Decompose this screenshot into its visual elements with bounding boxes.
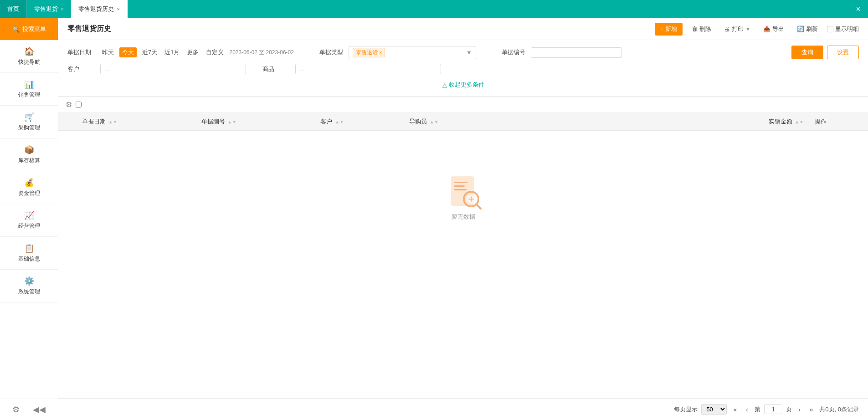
sidebar-item-finance-label: 资金管理 (18, 190, 40, 197)
voucher-no-input[interactable] (531, 47, 622, 58)
th-date[interactable]: 单据日期 ▲▼ (77, 113, 196, 131)
export-icon: 📤 (763, 26, 770, 32)
tab-retail-return-history-close[interactable]: × (117, 6, 119, 12)
refresh-button[interactable]: 🔄 刷新 (793, 23, 822, 35)
date-btn-yesterday[interactable]: 昨天 (100, 47, 116, 57)
svg-rect-3 (454, 189, 467, 190)
svg-line-6 (476, 204, 481, 209)
voucher-type-label: 单据类型 (319, 48, 345, 56)
collapse-button[interactable]: △ 收起更多条件 (442, 79, 484, 91)
inventory-icon: 📦 (24, 145, 34, 155)
prev-page-button[interactable]: ‹ (743, 405, 751, 414)
no-data-row: 暂无数据 (58, 131, 868, 262)
date-btn-today[interactable]: 今天 (119, 47, 137, 57)
collapse-up-icon: △ (442, 82, 447, 88)
print-button[interactable]: 🖨 打印 ▼ (720, 23, 754, 35)
page-header: 零售退货历史 + 新增 🗑 删除 🖨 打印 ▼ 📤 导出 🔄 (58, 18, 868, 40)
search-icon: 🔍 (12, 26, 20, 33)
sidebar-item-system-label: 系统管理 (18, 288, 40, 296)
no-data-container: 暂无数据 (64, 135, 863, 257)
last-page-button[interactable]: » (807, 405, 816, 414)
setting-button[interactable]: 设置 (827, 46, 859, 59)
customer-input[interactable]: ... (100, 64, 246, 74)
goods-input[interactable]: ... (295, 64, 441, 74)
audio-bottom-icon[interactable]: ◀◀ (33, 405, 46, 415)
operations-icon: 📈 (24, 210, 34, 220)
table-area: ⚙ 单据日期 ▲▼ 单据编号 ▲▼ (58, 97, 868, 398)
voucher-type-tag-close[interactable]: × (379, 50, 382, 55)
first-page-button[interactable]: « (730, 405, 740, 414)
main-layout: 🔍 搜索菜单 🏠 快捷导航 📊 销售管理 🛒 采购管理 📦 库存核算 💰 资金管… (0, 18, 868, 420)
sidebar-item-purchase-label: 采购管理 (18, 124, 40, 132)
th-check (58, 113, 77, 131)
page-title: 零售退货历史 (67, 24, 111, 34)
table-body: 暂无数据 (58, 131, 868, 262)
sort-icon-date: ▲▼ (108, 120, 118, 124)
select-all-checkbox[interactable] (76, 102, 82, 108)
th-no[interactable]: 单据编号 ▲▼ (196, 113, 315, 131)
page-input[interactable] (764, 405, 782, 414)
sidebar-search[interactable]: 🔍 搜索菜单 (0, 18, 58, 40)
show-detail-checkbox[interactable] (827, 26, 833, 32)
tab-retail-return-close[interactable]: × (61, 6, 63, 12)
export-button[interactable]: 📤 导出 (760, 23, 788, 35)
goods-filter-label: 商品 (262, 65, 288, 73)
table-header: 单据日期 ▲▼ 单据编号 ▲▼ 客户 ▲▼ 导购员 (58, 113, 868, 131)
th-amount[interactable]: 实销金额 ▲▼ (690, 113, 809, 131)
sort-icon-amount: ▲▼ (795, 120, 804, 124)
voucher-date-label: 单据日期 (67, 48, 93, 56)
finance-icon: 💰 (24, 178, 34, 188)
collapse-row: △ 收起更多条件 (67, 79, 859, 91)
delete-button[interactable]: 🗑 删除 (688, 23, 715, 35)
date-btn-last1month[interactable]: 近1月 (163, 47, 181, 57)
data-table: 单据日期 ▲▼ 单据编号 ▲▼ 客户 ▲▼ 导购员 (58, 113, 868, 262)
sidebar: 🔍 搜索菜单 🏠 快捷导航 📊 销售管理 🛒 采购管理 📦 库存核算 💰 资金管… (0, 18, 58, 420)
date-btn-more[interactable]: 更多 (185, 47, 200, 57)
new-button[interactable]: + 新增 (655, 23, 683, 36)
th-guide[interactable]: 导购员 ▲▼ (404, 113, 508, 131)
th-customer[interactable]: 客户 ▲▼ (315, 113, 404, 131)
filter-row-1: 单据日期 昨天 今天 近7天 近1月 更多 自定义 2023-06-02 至 2… (67, 46, 859, 59)
sidebar-item-system[interactable]: ⚙️ 系统管理 (0, 270, 58, 302)
voucher-type-input[interactable]: 零售退货 × ▼ (349, 46, 476, 59)
query-setting-buttons: 查询 设置 (791, 46, 859, 59)
date-btn-last7[interactable]: 近7天 (140, 47, 159, 57)
no-data-illustration (443, 172, 484, 213)
sidebar-item-quick-nav[interactable]: 🏠 快捷导航 (0, 40, 58, 73)
page-actions: + 新增 🗑 删除 🖨 打印 ▼ 📤 导出 🔄 刷新 (655, 23, 859, 36)
table-toolbar: ⚙ (58, 97, 868, 113)
query-button[interactable]: 查询 (791, 46, 823, 59)
sidebar-item-basic-info[interactable]: 📋 基础信息 (0, 237, 58, 270)
sidebar-item-finance[interactable]: 💰 资金管理 (0, 171, 58, 204)
top-bar: 首页 零售退货 × 零售退货历史 × × (0, 0, 868, 18)
tab-home[interactable]: 首页 (0, 0, 27, 18)
sort-icon-no: ▲▼ (227, 120, 236, 124)
per-page-select[interactable]: 50 10 20 100 (701, 404, 727, 415)
settings-bottom-icon[interactable]: ⚙ (12, 405, 20, 415)
next-page-button[interactable]: › (796, 405, 803, 414)
sales-icon: 📊 (24, 79, 34, 89)
tab-retail-return-history[interactable]: 零售退货历史 × (71, 0, 127, 18)
tab-retail-return[interactable]: 零售退货 × (27, 0, 71, 18)
sidebar-item-purchase[interactable]: 🛒 采购管理 (0, 106, 58, 138)
voucher-type-tag: 零售退货 × (353, 48, 385, 57)
voucher-type-dropdown-arrow[interactable]: ▼ (466, 49, 472, 56)
show-detail-area: 显示明细 (827, 25, 859, 33)
sidebar-item-quick-nav-label: 快捷导航 (18, 58, 40, 66)
sidebar-item-sales[interactable]: 📊 销售管理 (0, 73, 58, 106)
table-gear-icon[interactable]: ⚙ (66, 100, 72, 109)
window-close-button[interactable]: × (856, 5, 861, 14)
top-bar-right: × (848, 0, 868, 18)
voucher-no-filter: 单据编号 (502, 47, 622, 58)
print-icon: 🖨 (724, 26, 730, 32)
sidebar-item-operations[interactable]: 📈 经营管理 (0, 204, 58, 237)
sort-icon-guide: ▲▼ (430, 120, 439, 124)
filter-area: 单据日期 昨天 今天 近7天 近1月 更多 自定义 2023-06-02 至 2… (58, 40, 868, 97)
sidebar-item-inventory-label: 库存核算 (18, 157, 40, 164)
customer-ellipsis: ... (104, 66, 109, 72)
date-btn-custom[interactable]: 自定义 (204, 47, 226, 57)
svg-rect-1 (454, 182, 467, 183)
voucher-type-tag-text: 零售退货 (356, 49, 378, 56)
sidebar-item-inventory[interactable]: 📦 库存核算 (0, 138, 58, 171)
sidebar-search-label: 搜索菜单 (22, 25, 46, 33)
